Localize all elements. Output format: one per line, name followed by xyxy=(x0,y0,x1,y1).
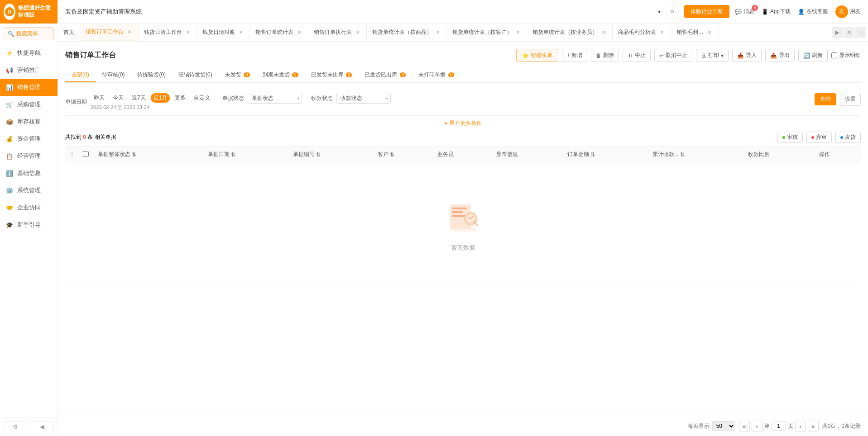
prev-page-button[interactable]: ‹ xyxy=(752,421,762,431)
sidebar-item-inventory[interactable]: 📦 库存核算 xyxy=(0,113,58,130)
payment-select[interactable]: 收款状态 xyxy=(336,93,391,104)
sidebar-item-quicknav[interactable]: ⚡ 快捷导航 xyxy=(0,44,58,62)
date-range-display: 2023-02-24 至 2023-03-24 xyxy=(91,104,213,111)
filter-tab-all[interactable]: 全部(0) xyxy=(65,68,96,82)
content-inner: 销售订单工作台 ⭐ 智能生单 + 新增 🗑 删除 ⏸ 中止 xyxy=(58,42,868,416)
date-btn-yesterday[interactable]: 昨天 xyxy=(91,93,108,103)
sidebar-item-management[interactable]: 📋 经营管理 xyxy=(0,147,58,165)
tab-maximize-button[interactable]: □ xyxy=(855,27,866,38)
date-btn-today[interactable]: 今天 xyxy=(110,93,127,103)
sidebar-item-collab[interactable]: 🤝 企业协同 xyxy=(0,199,58,216)
result-count: 共找到 0 条 相关单据 xyxy=(65,133,116,141)
filter-tab-not-printed[interactable]: 未打印单据 0 xyxy=(412,68,460,82)
delete-button[interactable]: 🗑 删除 xyxy=(591,49,619,62)
tab-sales-exec[interactable]: 销售订单执行表 ✕ xyxy=(308,24,367,42)
sidebar-item-marketing[interactable]: 📢 营销推广 xyxy=(0,62,58,79)
sort-collected[interactable]: 累计收款... ⇅ xyxy=(652,151,739,158)
sidebar-item-basic[interactable]: ℹ️ 基础信息 xyxy=(0,165,58,182)
sidebar-item-system[interactable]: ⚙️ 系统管理 xyxy=(0,182,58,199)
ship-button[interactable]: 发货 xyxy=(835,132,861,143)
tab-ship-stat-customer[interactable]: 销货单统计表（按客户） ✕ xyxy=(447,24,527,42)
filter-tab-pending-check[interactable]: 待拣验货(0) xyxy=(131,68,172,82)
topbar-settings-button[interactable]: ⚙ xyxy=(666,5,679,18)
query-button[interactable]: 查询 xyxy=(815,93,836,105)
tab-home[interactable]: 首页 xyxy=(58,24,80,42)
search-menu-button[interactable]: 🔍 搜索菜单 xyxy=(4,27,54,40)
cancel-pause-button[interactable]: ↩ 取消中止 xyxy=(654,49,692,62)
sort-icon: ⇅ xyxy=(132,152,136,158)
filter-tab-shop-pending[interactable]: 旺铺待发货(0) xyxy=(172,68,219,82)
system-title-dropdown[interactable]: ▾ xyxy=(658,9,661,15)
tab-sales-stat[interactable]: 销售订单统计表 ✕ xyxy=(250,24,308,42)
tab-close-ship-stat-product[interactable]: ✕ xyxy=(435,29,441,36)
tab-close-ship-stat-customer[interactable]: ✕ xyxy=(515,29,521,36)
last-page-button[interactable]: » xyxy=(808,421,819,431)
filter-tab-pending-review[interactable]: 待审核(0) xyxy=(96,68,131,82)
pause-icon: ⏸ xyxy=(628,52,633,59)
tab-close-all-button[interactable]: ✕ xyxy=(844,27,854,38)
select-all-checkbox[interactable] xyxy=(83,151,89,157)
page-number-input[interactable] xyxy=(772,422,786,431)
tab-close-gross-profit[interactable]: ✕ xyxy=(659,29,665,36)
tab-sales-workbench[interactable]: 销售订单工作台 ✕ xyxy=(80,24,139,42)
tab-ship-stat-staff[interactable]: 销货单统计表（按业务员） ✕ xyxy=(527,24,613,42)
tab-close-sales-stat[interactable]: ✕ xyxy=(296,29,302,36)
sidebar-item-sales[interactable]: 📊 销售管理 xyxy=(0,79,58,96)
first-page-button[interactable]: « xyxy=(739,421,750,431)
tab-reconcile[interactable]: 钱货日清对账 ✕ xyxy=(197,24,250,42)
per-page-select[interactable]: 20 50 100 xyxy=(712,421,735,431)
tab-close-sales-workbench[interactable]: ✕ xyxy=(126,29,133,35)
tab-close-sales-gross[interactable]: ✕ xyxy=(706,29,713,36)
tab-close-reconcile[interactable]: ✕ xyxy=(238,29,244,36)
print-button[interactable]: 🖨 打印 ▾ xyxy=(696,49,729,62)
smart-create-button[interactable]: ⭐ 智能生单 xyxy=(516,49,558,62)
refresh-button[interactable]: 🔄 刷新 xyxy=(798,49,828,62)
filter-tab-shipped-not-out[interactable]: 已发货未出库 0 xyxy=(305,68,359,82)
pause-button[interactable]: ⏸ 中止 xyxy=(623,49,651,62)
tab-sales-gross[interactable]: 销售毛利… ✕ xyxy=(671,24,719,42)
filter-settings-button[interactable]: 设置 xyxy=(840,93,861,106)
tab-close-ship-stat-staff[interactable]: ✕ xyxy=(600,29,607,36)
tab-ship-stat-product[interactable]: 销货单统计表（按商品） ✕ xyxy=(367,24,447,42)
sort-customer[interactable]: 客户 ⇅ xyxy=(378,151,428,158)
date-btn-1month[interactable]: 近1月 xyxy=(151,93,170,103)
sort-number[interactable]: 单据编号 ⇅ xyxy=(293,151,369,158)
tab-daily-cash[interactable]: 钱货日清工作台 ✕ xyxy=(139,24,197,42)
cancel-audit-button[interactable]: 弃审 xyxy=(806,132,832,143)
sort-amount[interactable]: 订单金额 ⇅ xyxy=(567,151,643,158)
date-btn-custom[interactable]: 自定义 xyxy=(191,93,213,103)
online-service-button[interactable]: 👤 在线客服 xyxy=(798,8,828,15)
import-button[interactable]: 📥 导入 xyxy=(732,49,762,62)
sort-status[interactable]: 单据整体状态 ⇅ xyxy=(98,151,199,158)
sidebar-item-finance[interactable]: 💰 资金管理 xyxy=(0,130,58,147)
add-button[interactable]: + 新增 xyxy=(562,49,587,62)
expand-conditions-button[interactable]: ▾ 展开更多条件 xyxy=(445,119,482,127)
tab-close-daily-cash[interactable]: ✕ xyxy=(185,29,191,36)
sidebar-item-purchase[interactable]: 🛒 采购管理 xyxy=(0,96,58,113)
date-btn-7days[interactable]: 近7天 xyxy=(129,93,149,103)
status-select[interactable]: 单据状态 xyxy=(248,93,302,104)
date-btn-more[interactable]: 更多 xyxy=(172,93,189,103)
industry-plan-button[interactable]: 体验行业方案 xyxy=(684,5,729,18)
message-button[interactable]: 💬 消息 6 xyxy=(735,8,754,15)
cancel-icon: ↩ xyxy=(659,52,664,59)
filter-tab-overdue-ship[interactable]: 到期未发货 0 xyxy=(256,68,305,82)
next-page-button[interactable]: › xyxy=(795,421,806,431)
filter-tab-shipped-out[interactable]: 已发货已出库 0 xyxy=(358,68,412,82)
tab-scroll-right-button[interactable]: ▶ xyxy=(832,27,843,38)
page-nav: « ‹ 第 页 › » xyxy=(739,421,819,431)
user-menu[interactable]: 友 用友 xyxy=(835,5,861,18)
export-button[interactable]: 📤 导出 xyxy=(765,49,795,62)
tab-close-sales-exec[interactable]: ✕ xyxy=(355,29,361,36)
tab-gross-profit[interactable]: 商品毛利分析表 ✕ xyxy=(613,24,671,42)
app-download-button[interactable]: 📱 App下载 xyxy=(762,8,791,15)
sidebar-settings-button[interactable]: ⚙ xyxy=(4,421,27,432)
sort-date[interactable]: 单据日期 ⇅ xyxy=(208,151,284,158)
filter-tabs: 全部(0) 待审核(0) 待拣验货(0) 旺铺待发货(0) 未发货 0 到期未发… xyxy=(65,68,861,83)
sidebar-item-guide[interactable]: 🎓 新手引导 xyxy=(0,216,58,233)
filter-tab-not-shipped[interactable]: 未发货 0 xyxy=(219,68,256,82)
audit-button[interactable]: 审核 xyxy=(777,132,803,143)
show-detail-checkbox-label[interactable]: 显示明细 xyxy=(831,52,861,59)
sidebar-collapse-button[interactable]: ◀ xyxy=(31,421,54,432)
show-detail-checkbox[interactable] xyxy=(831,52,837,58)
